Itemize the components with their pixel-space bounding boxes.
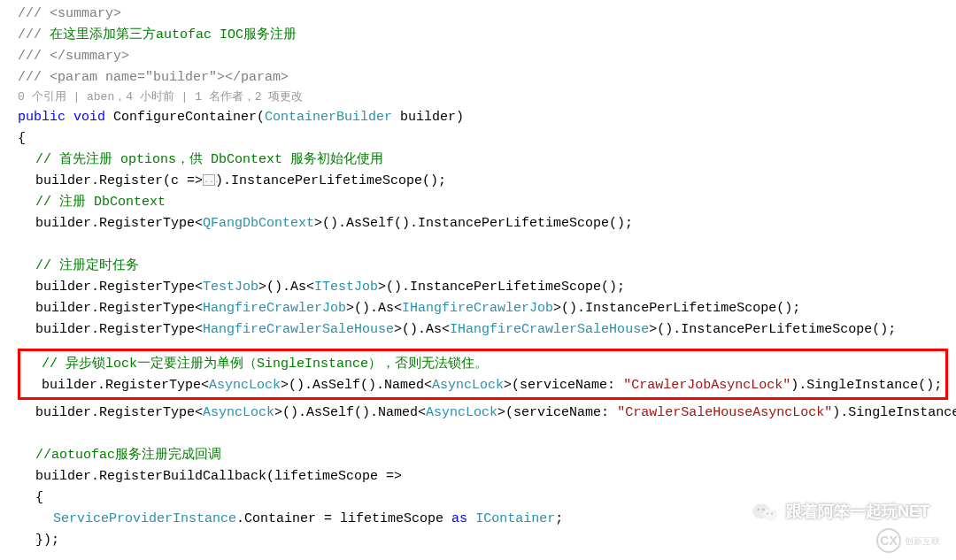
svg-point-2 (757, 508, 759, 510)
highlighted-region: // 异步锁lock一定要注册为单例（SingleInstance），否则无法锁… (18, 349, 948, 400)
comment-asynclock: // 异步锁lock一定要注册为单例（SingleInstance），否则无法锁… (42, 354, 942, 375)
svg-point-5 (771, 512, 773, 514)
svg-point-4 (767, 512, 768, 514)
callback-brace-close: }); (35, 530, 938, 551)
register-asynclock-crawlerjob: builder.RegisterType<AsyncLock>().AsSelf… (42, 375, 942, 396)
register-asynclock-crawlersalehouse: builder.RegisterType<AsyncLock>().AsSelf… (35, 403, 938, 424)
brace-open: { (18, 128, 938, 150)
wechat-icon (752, 502, 777, 523)
wechat-watermark: 跟着阿笨一起玩NET (752, 499, 929, 525)
brand-watermark: CX 创新互联 (876, 523, 954, 558)
register-hangfirecrawlersalehouse: builder.RegisterType<HangfireCrawlerSale… (35, 319, 938, 341)
doc-summary-close: /// </summary> (18, 46, 938, 67)
register-dbcontext: builder.RegisterType<QFangDbContext>().A… (35, 213, 938, 234)
codelens-info[interactable]: 0 个引用 | aben，4 小时前 | 1 名作者，2 项更改 (18, 88, 938, 107)
register-hangfirecrawlerjob: builder.RegisterType<HangfireCrawlerJob>… (35, 298, 938, 319)
svg-point-1 (763, 509, 777, 521)
doc-summary-body: /// 在这里添加第三方autofac IOC服务注册 (18, 25, 938, 46)
svg-point-3 (762, 508, 764, 510)
brand-logo-text: 创新互联 (905, 536, 940, 546)
brand-logo-icon: CX (876, 528, 901, 553)
wechat-watermark-text: 跟着阿笨一起玩NET (786, 499, 929, 525)
method-signature: public void ConfigureContainer(Container… (18, 107, 938, 128)
code-fold-icon[interactable]: ... (203, 174, 215, 186)
register-buildcallback: builder.RegisterBuildCallback(lifetimeSc… (35, 466, 938, 487)
register-options: builder.Register(c =>...).InstancePerLif… (35, 171, 938, 192)
comment-dbcontext: // 注册 DbContext (35, 192, 938, 213)
comment-jobs: // 注册定时任务 (35, 256, 938, 277)
comment-options: // 首先注册 options，供 DbContext 服务初始化使用 (35, 150, 938, 171)
register-testjob: builder.RegisterType<TestJob>().As<ITest… (35, 277, 938, 298)
doc-param: /// <param name="builder"></param> (18, 67, 938, 88)
doc-summary-open: /// <summary> (18, 4, 938, 25)
comment-callback: //aotuofac服务注册完成回调 (35, 445, 938, 466)
